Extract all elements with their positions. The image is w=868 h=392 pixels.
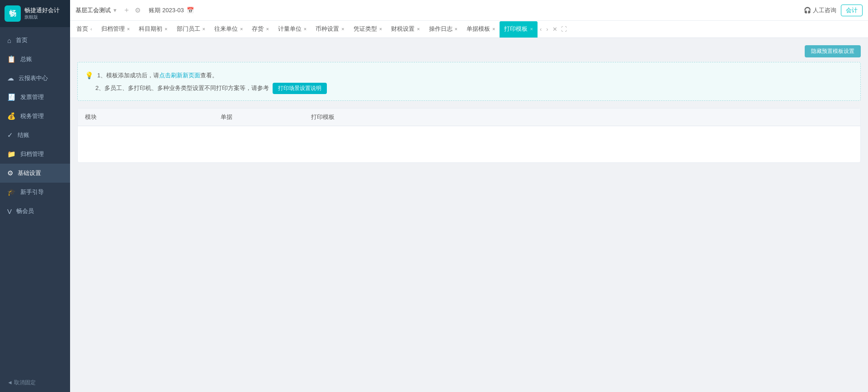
nav-icon-member: V <box>7 208 12 215</box>
print-template-table: 模块 单据 打印模板 <box>77 108 861 163</box>
table-body <box>78 126 860 162</box>
col-receipt-header: 单据 <box>221 113 311 121</box>
logo-sub: 旗舰版 <box>24 14 60 20</box>
sidebar-logo: 畅 畅捷通好会计 旗舰版 <box>0 0 70 27</box>
tab-dept[interactable]: 部门员工× <box>172 21 210 38</box>
tab-label-contact: 往来单位 <box>214 25 238 33</box>
tab-close-archive[interactable]: × <box>127 26 130 32</box>
tab-label-voucher: 凭证类型 <box>354 25 377 33</box>
tab-close-unit[interactable]: × <box>304 26 307 32</box>
tab-label-currency: 币种设置 <box>316 25 339 33</box>
tab-taxsettings[interactable]: 财税设置× <box>387 21 424 38</box>
tab-stock[interactable]: 存货× <box>247 21 273 38</box>
nav-icon-checkout: ✓ <box>7 131 13 139</box>
info-tip1-suffix: 查看。 <box>200 70 218 81</box>
tab-close-taxsettings[interactable]: × <box>417 26 420 32</box>
tab-currency[interactable]: 币种设置× <box>311 21 349 38</box>
sidebar-item-tax[interactable]: 💰税务管理 <box>0 107 70 126</box>
tab-label-archive: 归档管理 <box>101 25 125 33</box>
service-label: 人工咨询 <box>813 6 836 14</box>
tab-oplog[interactable]: 操作日志× <box>425 21 462 38</box>
tab-subject[interactable]: 科目期初× <box>134 21 172 38</box>
refresh-link[interactable]: 点击刷新新页面 <box>159 70 200 81</box>
tab-label-taxsettings: 财税设置 <box>391 25 415 33</box>
tab-close-oplog[interactable]: × <box>455 26 458 32</box>
tab-next-button[interactable]: › <box>544 24 550 34</box>
sidebar-item-home[interactable]: ⌂首页 <box>0 31 70 50</box>
tab-archive[interactable]: 归档管理× <box>97 21 134 38</box>
hide-preview-button[interactable]: 隐藏预置模板设置 <box>805 45 861 57</box>
tab-label-receipt: 单据模板 <box>467 25 490 33</box>
customer-service-button[interactable]: 🎧 人工咨询 <box>804 6 836 14</box>
tab-close-dept[interactable]: × <box>203 26 205 32</box>
topbar-gear-icon[interactable]: ⚙ <box>135 6 141 14</box>
tab-home[interactable]: 首页‹ <box>72 21 97 38</box>
sidebar-nav: ⌂首页📋总账☁云报表中心🧾发票管理💰税务管理✓结账📁归档管理⚙基础设置🎓新手引导… <box>0 27 70 373</box>
tab-unit[interactable]: 计量单位× <box>274 21 311 38</box>
tab-label-print: 打印模板 <box>504 25 528 33</box>
tab-close-subject[interactable]: × <box>165 26 167 32</box>
nav-icon-guide: 🎓 <box>7 188 16 196</box>
headphone-icon: 🎧 <box>804 7 811 14</box>
sidebar-item-guide[interactable]: 🎓新手引导 <box>0 183 70 202</box>
sidebar-item-settings[interactable]: ⚙基础设置 <box>0 164 70 183</box>
company-dropdown-icon[interactable]: ▾ <box>113 7 117 14</box>
company-selector[interactable]: 基层工会测试 ▾ <box>75 6 117 14</box>
tabbar-nav: ‹ › ✕ ⛶ <box>538 24 569 34</box>
sidebar-item-checkout[interactable]: ✓结账 <box>0 126 70 145</box>
nav-label-guide: 新手引导 <box>20 188 44 196</box>
content-area: 隐藏预置模板设置 💡 1、模板添加成功后，请 点击刷新新页面 查看。 2、多员工… <box>70 38 868 392</box>
period-selector: 账期 2023-03 📅 <box>149 6 194 14</box>
nav-icon-tax: 💰 <box>7 112 16 120</box>
tab-close-contact[interactable]: × <box>240 26 243 32</box>
sidebar-unpin-button[interactable]: ◄ 取消固定 <box>0 373 70 392</box>
tab-close-stock[interactable]: × <box>266 26 269 32</box>
nav-label-home: 首页 <box>16 36 28 44</box>
tab-receipt[interactable]: 单据模板× <box>462 21 500 38</box>
sidebar-item-archive[interactable]: 📁归档管理 <box>0 145 70 164</box>
info-row-2: 2、多员工、多打印机、多种业务类型设置不同打印方案等，请参考 打印场景设置说明 <box>85 82 853 94</box>
hide-preview-container: 隐藏预置模板设置 <box>77 45 861 57</box>
nav-label-invoice: 发票管理 <box>20 93 44 101</box>
sidebar-item-reports[interactable]: ☁云报表中心 <box>0 69 70 88</box>
tab-close-receipt[interactable]: × <box>492 26 495 32</box>
tab-label-subject: 科目期初 <box>139 25 162 33</box>
tab-label-unit: 计量单位 <box>278 25 302 33</box>
nav-icon-invoice: 🧾 <box>7 93 16 101</box>
fullscreen-button[interactable]: ⛶ <box>559 24 569 34</box>
sidebar-item-ledger[interactable]: 📋总账 <box>0 50 70 69</box>
print-scene-button[interactable]: 打印场景设置说明 <box>273 83 327 94</box>
nav-label-reports: 云报表中心 <box>19 74 48 82</box>
col-module-header: 模块 <box>85 113 221 121</box>
home-nav-icon: ‹ <box>90 26 92 32</box>
nav-icon-reports: ☁ <box>7 74 14 82</box>
nav-label-archive: 归档管理 <box>20 150 44 158</box>
close-all-tabs-button[interactable]: ✕ <box>551 24 559 34</box>
company-name: 基层工会测试 <box>75 6 111 14</box>
tab-contact[interactable]: 往来单位× <box>210 21 247 38</box>
add-tab-button[interactable]: ＋ <box>123 5 130 15</box>
period-label: 账期 <box>149 6 160 14</box>
topbar-right: 🎧 人工咨询 会计 <box>804 5 863 16</box>
logo-name: 畅捷通好会计 <box>24 7 60 14</box>
accountant-button[interactable]: 会计 <box>841 5 863 16</box>
topbar: 基层工会测试 ▾ ＋ ⚙ 账期 2023-03 📅 🎧 人工咨询 会计 <box>70 0 868 21</box>
col-template-header: 打印模板 <box>311 113 853 121</box>
tab-voucher[interactable]: 凭证类型× <box>349 21 387 38</box>
sidebar-item-invoice[interactable]: 🧾发票管理 <box>0 88 70 107</box>
tab-close-voucher[interactable]: × <box>379 26 382 32</box>
nav-icon-home: ⌂ <box>7 37 11 44</box>
tab-close-currency[interactable]: × <box>341 26 344 32</box>
tab-close-print[interactable]: × <box>530 26 533 32</box>
sidebar-item-member[interactable]: V畅会员 <box>0 202 70 221</box>
nav-label-settings: 基础设置 <box>18 169 41 177</box>
period-calendar-icon[interactable]: 📅 <box>187 7 194 14</box>
nav-icon-ledger: 📋 <box>7 55 16 63</box>
info-tip2-prefix: 2、多员工、多打印机、多种业务类型设置不同打印方案等，请参考 <box>95 82 269 94</box>
nav-icon-archive: 📁 <box>7 150 16 158</box>
table-header: 模块 单据 打印模板 <box>78 109 860 126</box>
tab-prev-button[interactable]: ‹ <box>538 24 544 34</box>
nav-label-tax: 税务管理 <box>20 112 44 120</box>
nav-label-ledger: 总账 <box>20 55 32 63</box>
tab-print[interactable]: 打印模板× <box>500 21 537 38</box>
